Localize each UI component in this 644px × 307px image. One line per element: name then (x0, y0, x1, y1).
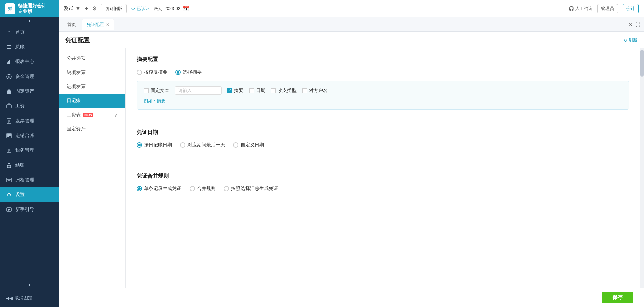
tab-close-btn[interactable]: ✕ (106, 22, 109, 27)
closing-icon (6, 162, 12, 168)
fixed-text-input[interactable] (175, 86, 222, 95)
sidebar: 财 畅捷通好会计 专业版 ▲ ⌂ 首页 总账 (0, 0, 59, 307)
summary-radio-template[interactable]: 按模版摘要 (137, 69, 167, 75)
sidebar-item-fund[interactable]: ¥ 资金管理 (0, 69, 59, 84)
right-scrollbar[interactable] (640, 48, 644, 288)
payroll-label: 工资表 (67, 112, 81, 118)
svg-rect-9 (7, 91, 11, 94)
summary-radio-select[interactable]: 选择摘要 (175, 69, 202, 75)
page-area: 凭证配置 ↻ 刷新 公共选项 销项发票 进项发票 日记账 工资表 NEW ∨ (59, 32, 644, 307)
tab-home-label: 首页 (67, 21, 76, 28)
pay-type-checkbox (271, 88, 276, 93)
workspace-settings-btn[interactable]: ⚙ (92, 5, 97, 12)
ledger-icon (6, 44, 12, 50)
sidebar-item-home[interactable]: ⌂ 首页 (0, 25, 59, 40)
svg-rect-11 (7, 105, 11, 108)
radio-template-label: 按模版摘要 (144, 69, 167, 75)
merge-radio-by-select[interactable]: 按照选择汇总生成凭证 (224, 186, 278, 192)
checkbox-counterpart[interactable]: 对方户名 (302, 88, 328, 94)
svg-rect-19 (7, 136, 9, 137)
left-nav-public[interactable]: 公共选项 (59, 51, 125, 65)
date-radio-diary[interactable]: 按日记账日期 (137, 142, 172, 148)
tab-voucher-config[interactable]: 凭证配置 ✕ (82, 19, 114, 30)
svg-rect-15 (8, 122, 9, 123)
tab-home[interactable]: 首页 (63, 19, 81, 30)
radio-by-select-label: 按照选择汇总生成凭证 (231, 186, 278, 192)
page-header: 凭证配置 ↻ 刷新 (59, 32, 644, 48)
sidebar-item-invoice[interactable]: 发票管理 (0, 114, 59, 128)
left-nav-sales-invoice[interactable]: 销项发票 (59, 65, 125, 80)
svg-rect-2 (7, 48, 11, 49)
sidebar-scroll-up[interactable]: ▲ (27, 19, 32, 24)
radio-single-circle (137, 186, 142, 191)
new-badge: NEW (83, 113, 93, 117)
left-nav-fixed-asset[interactable]: 固定资产 (59, 122, 125, 136)
role-btn[interactable]: 会计 (623, 4, 639, 13)
date-radio-last-day[interactable]: 对应期间最后一天 (180, 142, 225, 148)
summary-checkbox-label: 摘要 (234, 88, 244, 94)
sidebar-item-settings[interactable]: ⚙ 设置 (0, 187, 59, 202)
sidebar-item-sales[interactable]: 进销台账 (0, 128, 59, 143)
sidebar-item-tax[interactable]: 税务管理 (0, 143, 59, 158)
svg-rect-23 (8, 151, 9, 152)
footer-bar: 保存 (59, 288, 644, 307)
left-nav-diary[interactable]: 日记账 (59, 94, 125, 108)
date-radio-custom[interactable]: 自定义日期 (233, 142, 264, 148)
checkbox-summary[interactable]: 摘要 (227, 88, 244, 94)
radio-last-day-label: 对应期间最后一天 (187, 142, 225, 148)
checkbox-fixed-text[interactable]: 固定文本 (144, 88, 169, 94)
logo-icon: 财 (5, 3, 15, 14)
radio-diary-circle (137, 142, 142, 148)
archive-icon (6, 177, 12, 183)
close-page-btn[interactable]: ✕ (629, 22, 633, 27)
support-btn[interactable]: 🎧 人工咨询 (569, 6, 593, 12)
refresh-btn[interactable]: ↻ 刷新 (624, 37, 637, 43)
sidebar-item-archive[interactable]: 归档管理 (0, 173, 59, 187)
left-nav-payroll[interactable]: 工资表 NEW ∨ (59, 108, 125, 122)
left-nav-purchase-invoice[interactable]: 进项发票 (59, 80, 125, 94)
sidebar-item-closing[interactable]: 结账 (0, 158, 59, 173)
section-merge: 凭证合并规则 单条记录生成凭证 合并规则 (137, 173, 629, 205)
checkbox-date[interactable]: 日期 (249, 88, 265, 94)
workspace-dropdown-btn[interactable]: ▼ (75, 6, 81, 12)
cancel-fixed-btn[interactable]: ◀◀ 取消固定 (5, 292, 54, 304)
sidebar-item-ledger[interactable]: 总账 (0, 40, 59, 54)
fund-icon: ¥ (6, 74, 12, 80)
calendar-btn[interactable]: 📅 (182, 5, 189, 12)
sidebar-scroll-down[interactable]: ▼ (27, 283, 32, 288)
svg-marker-30 (8, 209, 10, 211)
summary-config-row: 固定文本 摘要 日期 (144, 86, 622, 95)
sidebar-item-salary[interactable]: 工资 (0, 99, 59, 114)
sidebar-item-label: 进销台账 (15, 133, 34, 139)
summary-radio-group: 按模版摘要 选择摘要 (137, 69, 629, 75)
svg-rect-14 (8, 121, 10, 122)
date-section-title: 凭证日期 (137, 129, 629, 136)
svg-rect-28 (8, 180, 10, 181)
svg-rect-27 (7, 178, 11, 179)
sidebar-item-label: 归档管理 (15, 177, 34, 183)
left-nav: 公共选项 销项发票 进项发票 日记账 工资表 NEW ∨ 固定资产 (59, 48, 126, 288)
radio-select-label: 选择摘要 (183, 69, 202, 75)
sidebar-item-guide[interactable]: 新手引导 (0, 202, 59, 217)
sidebar-item-report[interactable]: 报表中心 (0, 54, 59, 69)
refresh-icon: ↻ (624, 38, 627, 43)
svg-rect-6 (11, 59, 11, 64)
checkbox-pay-type[interactable]: 收支类型 (271, 88, 297, 94)
scroll-thumb[interactable] (640, 50, 644, 77)
page-title: 凭证配置 (65, 36, 90, 44)
tab-bar: 首页 凭证配置 ✕ ✕ ⛶ (59, 17, 644, 32)
merge-radio-rule[interactable]: 合并规则 (190, 186, 216, 192)
save-button[interactable]: 保存 (602, 292, 633, 303)
radio-by-select-circle (224, 186, 229, 191)
sidebar-item-asset[interactable]: 固定资产 (0, 84, 59, 99)
merge-radio-single[interactable]: 单条记录生成凭证 (137, 186, 181, 192)
verified-badge: 🛡 已认证 (131, 6, 150, 12)
user-btn[interactable]: 管理员 (597, 4, 618, 13)
support-icon: 🎧 (569, 6, 574, 11)
add-workspace-btn[interactable]: + (85, 6, 88, 12)
fixed-text-checkbox (144, 88, 149, 93)
fullscreen-btn[interactable]: ⛶ (635, 22, 640, 27)
radio-rule-circle (190, 186, 195, 191)
radio-custom-circle (233, 142, 238, 148)
switch-old-version-btn[interactable]: 切到旧版 (101, 4, 127, 13)
